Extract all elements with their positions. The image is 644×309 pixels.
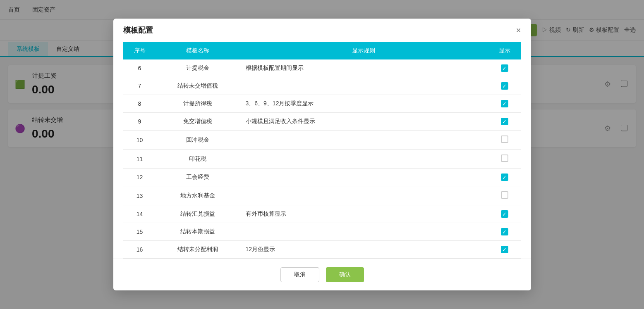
cell-seq: 8	[123, 95, 156, 113]
cell-seq: 13	[123, 186, 156, 205]
cell-checkbox[interactable]: ✓	[488, 77, 521, 95]
cell-seq: 12	[123, 169, 156, 186]
cell-checkbox[interactable]: ✓	[488, 205, 521, 223]
cell-name: 结转未分配利润	[156, 241, 239, 259]
cell-rule	[239, 77, 488, 95]
checkbox-6[interactable]: ✓	[501, 64, 508, 72]
table-row: 15结转本期损益✓	[123, 223, 521, 241]
cell-name: 结转汇兑损益	[156, 205, 239, 223]
cell-checkbox[interactable]	[488, 131, 521, 150]
cell-seq: 7	[123, 77, 156, 95]
cell-name: 地方水利基金	[156, 186, 239, 205]
table-head: 序号 模板名称 显示规则 显示	[123, 42, 521, 59]
cell-name: 回冲税金	[156, 131, 239, 150]
table-row: 13地方水利基金	[123, 186, 521, 205]
cell-checkbox[interactable]: ✓	[488, 113, 521, 131]
dialog-footer: 取消 确认	[113, 259, 531, 290]
cell-checkbox[interactable]: ✓	[488, 95, 521, 113]
cell-seq: 14	[123, 205, 156, 223]
cell-rule: 12月份显示	[239, 241, 488, 259]
dialog-close-button[interactable]: ×	[516, 26, 521, 34]
cell-checkbox[interactable]: ✓	[488, 223, 521, 241]
cell-rule	[239, 186, 488, 205]
table-row: 14结转汇兑损益有外币核算显示✓	[123, 205, 521, 223]
cell-rule	[239, 150, 488, 169]
table-row: 7结转未交增值税✓	[123, 77, 521, 95]
cell-seq: 16	[123, 241, 156, 259]
cell-seq: 9	[123, 113, 156, 131]
dialog-header: 模板配置 ×	[113, 19, 531, 42]
cell-rule	[239, 223, 488, 241]
table-header-row: 序号 模板名称 显示规则 显示	[123, 42, 521, 59]
table-row: 6计提税金根据模板配置期间显示✓	[123, 59, 521, 77]
table-row: 16结转未分配利润12月份显示✓	[123, 241, 521, 259]
cell-checkbox[interactable]: ✓	[488, 169, 521, 186]
cell-name: 计提所得税	[156, 95, 239, 113]
checkbox-15[interactable]: ✓	[501, 228, 508, 235]
checkbox-9[interactable]: ✓	[501, 118, 508, 125]
cell-checkbox[interactable]: ✓	[488, 59, 521, 77]
cell-seq: 6	[123, 59, 156, 77]
table-row: 8计提所得税3、6、9、12月按季度显示✓	[123, 95, 521, 113]
checkbox-11[interactable]	[501, 154, 508, 162]
table-row: 10回冲税金	[123, 131, 521, 150]
dialog-body: 序号 模板名称 显示规则 显示 6计提税金根据模板配置期间显示✓7结转未交增值税…	[113, 42, 531, 259]
cell-name: 计提税金	[156, 59, 239, 77]
cell-rule: 小规模且满足收入条件显示	[239, 113, 488, 131]
cell-name: 结转本期损益	[156, 223, 239, 241]
cell-rule: 有外币核算显示	[239, 205, 488, 223]
cell-rule	[239, 131, 488, 150]
config-table: 序号 模板名称 显示规则 显示 6计提税金根据模板配置期间显示✓7结转未交增值税…	[123, 42, 521, 259]
cell-rule: 3、6、9、12月按季度显示	[239, 95, 488, 113]
table-row: 11印花税	[123, 150, 521, 169]
cell-checkbox[interactable]: ✓	[488, 241, 521, 259]
col-name: 模板名称	[156, 42, 239, 59]
cell-name: 免交增值税	[156, 113, 239, 131]
modal-overlay: 模板配置 × 序号 模板名称 显示规则 显示 6计提税金根据模板配置期间显示✓7…	[0, 0, 644, 309]
table-row: 9免交增值税小规模且满足收入条件显示✓	[123, 113, 521, 131]
template-config-dialog: 模板配置 × 序号 模板名称 显示规则 显示 6计提税金根据模板配置期间显示✓7…	[113, 19, 531, 290]
col-display: 显示	[488, 42, 521, 59]
cell-seq: 10	[123, 131, 156, 150]
table-body: 6计提税金根据模板配置期间显示✓7结转未交增值税✓8计提所得税3、6、9、12月…	[123, 59, 521, 259]
cell-rule	[239, 169, 488, 186]
checkbox-13[interactable]	[501, 191, 508, 199]
cell-name: 工会经费	[156, 169, 239, 186]
cancel-button[interactable]: 取消	[280, 267, 319, 282]
confirm-button[interactable]: 确认	[326, 267, 364, 282]
cell-name: 结转未交增值税	[156, 77, 239, 95]
cell-seq: 15	[123, 223, 156, 241]
col-rule: 显示规则	[239, 42, 488, 59]
checkbox-16[interactable]: ✓	[501, 246, 508, 253]
cell-checkbox[interactable]	[488, 150, 521, 169]
cell-name: 印花税	[156, 150, 239, 169]
checkbox-12[interactable]: ✓	[501, 174, 508, 181]
dialog-title: 模板配置	[123, 25, 153, 35]
table-row: 12工会经费✓	[123, 169, 521, 186]
cell-rule: 根据模板配置期间显示	[239, 59, 488, 77]
checkbox-14[interactable]: ✓	[501, 210, 508, 218]
cell-seq: 11	[123, 150, 156, 169]
col-seq: 序号	[123, 42, 156, 59]
checkbox-7[interactable]: ✓	[501, 82, 508, 90]
cell-checkbox[interactable]	[488, 186, 521, 205]
checkbox-10[interactable]	[501, 135, 508, 143]
checkbox-8[interactable]: ✓	[501, 100, 508, 107]
